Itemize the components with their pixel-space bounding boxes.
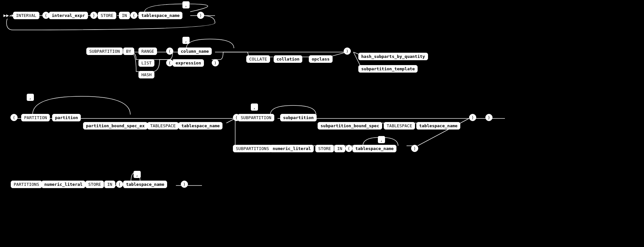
comma-3: ,	[27, 94, 34, 101]
subpartition-template-node: subpartition_template	[358, 65, 418, 73]
comma-4: ,	[251, 103, 258, 111]
open-paren-1: (	[42, 12, 50, 19]
subpartition-bound-spec-node: subpartition_bound_spec	[318, 122, 382, 130]
comma-5: ,	[378, 136, 385, 143]
close-paren-6: )	[469, 114, 476, 121]
hash-keyword: HASH	[138, 71, 154, 78]
subpartition-node: subpartition	[280, 114, 317, 121]
subpartition-keyword-2: SUBPARTITION	[238, 114, 274, 121]
close-paren-4: )	[212, 59, 219, 66]
partition-bound-spec-node: partition_bound_spec_ex	[83, 122, 148, 130]
open-paren-7: (	[345, 145, 352, 152]
partition-node: partition	[52, 114, 81, 121]
tablespace-name-3: tablespace_name	[416, 122, 460, 130]
column-name-node: column_name	[178, 48, 212, 55]
in-keyword-1: IN	[119, 12, 130, 19]
open-paren-3: (	[166, 48, 173, 55]
tablespace-name-2: tablespace_name	[179, 122, 222, 130]
collation-node: collation	[274, 55, 302, 63]
close-paren-5: )	[485, 114, 493, 121]
subpartitions-keyword: SUBPARTITIONS	[233, 145, 272, 152]
tablespace-keyword-2: TABLESPACE	[384, 122, 415, 130]
comma-1: ,	[182, 1, 190, 8]
list-keyword: LIST	[138, 59, 154, 67]
partition-keyword: PARTITION	[21, 114, 50, 121]
numeric-literal-1: numeric_literal	[270, 145, 314, 152]
interval-expr-node: interval_expr	[49, 12, 88, 19]
partitions-keyword: PARTITIONS	[11, 181, 42, 188]
tablespace-keyword-1: TABLESPACE	[147, 122, 179, 130]
numeric-literal-2: numeric_literal	[41, 181, 85, 188]
open-paren-2: (	[130, 12, 137, 19]
close-paren-3: )	[344, 48, 351, 55]
comma-2: ,	[182, 37, 190, 44]
comma-6: ,	[134, 171, 141, 178]
store-keyword-2: STORE	[315, 145, 334, 152]
open-paren-5: (	[10, 114, 18, 121]
close-paren-1: )	[90, 12, 97, 19]
expression-node: expression	[173, 59, 204, 67]
tablespace-name-5: tablespace_name	[123, 181, 167, 188]
store-keyword-3: STORE	[85, 181, 104, 188]
syntax-diagram: ▶▶ INTERVAL ( interval_expr ) STORE IN (…	[0, 0, 644, 247]
in-keyword-3: IN	[104, 181, 115, 188]
range-keyword: RANGE	[138, 48, 157, 55]
hash-subparts-node: hash_subparts_by_quantity	[358, 53, 428, 60]
collate-keyword: COLLATE	[246, 55, 270, 63]
arrow-start: ▶▶	[3, 12, 10, 19]
tablespace-name-4: tablespace_name	[352, 145, 396, 152]
opclass-node: opclass	[309, 55, 333, 63]
interval-keyword: INTERVAL	[13, 12, 39, 19]
open-paren-8: (	[116, 181, 123, 188]
close-paren-8: )	[181, 181, 188, 188]
close-paren-2: )	[197, 12, 204, 19]
by-keyword: BY	[123, 48, 134, 55]
close-paren-7: )	[411, 145, 418, 152]
open-paren-4: (	[166, 59, 173, 66]
store-keyword-1: STORE	[98, 12, 116, 19]
subpartition-by-keyword: SUBPARTITION	[86, 48, 123, 55]
in-keyword-2: IN	[334, 145, 345, 152]
tablespace-name-1: tablespace_name	[138, 12, 182, 19]
